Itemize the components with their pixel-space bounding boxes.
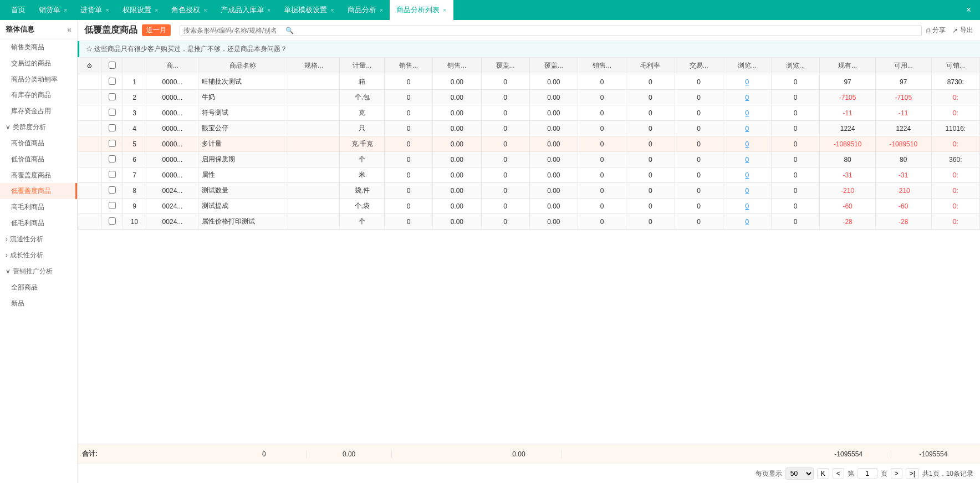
sidebar-item-high-coverage[interactable]: 高覆盖度商品 [0, 167, 77, 184]
next-page-button[interactable]: > [891, 468, 902, 479]
browse-cnt-link[interactable]: 0 [746, 202, 749, 210]
cell-checkbox[interactable] [101, 167, 122, 183]
cell-settings[interactable] [78, 152, 102, 167]
col-header-sku[interactable]: 商... [146, 58, 198, 74]
cell-checkbox[interactable] [101, 183, 122, 199]
sidebar-collapse-button[interactable]: « [67, 25, 72, 34]
close-icon[interactable]: × [330, 0, 334, 20]
col-header-browse-cnt[interactable]: 浏览... [723, 58, 771, 74]
browse-cnt-link[interactable]: 0 [746, 109, 749, 117]
cell-checkbox[interactable] [101, 199, 122, 214]
row-checkbox[interactable] [109, 202, 116, 209]
cell-checkbox[interactable] [101, 152, 122, 167]
sidebar-section-promo-title[interactable]: ∨ 营销推广分析 [0, 263, 77, 279]
sidebar-item-traded-goods[interactable]: 交易过的商品 [0, 55, 77, 72]
col-header-sales-qty[interactable]: 销售... [385, 58, 433, 74]
sidebar-item-high-value[interactable]: 高价值商品 [0, 135, 77, 151]
col-header-settings[interactable]: ⚙ [78, 58, 102, 74]
row-checkbox[interactable] [109, 155, 116, 162]
browse-cnt-link[interactable]: 0 [746, 218, 749, 226]
sidebar-item-stocked-goods[interactable]: 有库存的商品 [0, 87, 77, 103]
close-icon[interactable]: × [64, 0, 67, 20]
row-checkbox[interactable] [109, 109, 116, 116]
tab-goods-analysis-list[interactable]: 商品分析列表 × [390, 0, 453, 20]
cell-settings[interactable] [78, 121, 102, 136]
sidebar-item-high-margin[interactable]: 高毛利商品 [0, 199, 77, 215]
col-header-spec[interactable]: 规格... [288, 58, 340, 74]
close-icon[interactable]: × [105, 0, 109, 20]
col-header-cover-cnt[interactable]: 覆盖... [481, 58, 529, 74]
close-icon[interactable]: × [267, 0, 270, 20]
prev-page-button[interactable]: < [833, 468, 844, 479]
row-checkbox[interactable] [109, 78, 116, 85]
first-page-button[interactable]: K [817, 468, 829, 479]
cell-checkbox[interactable] [101, 74, 122, 90]
cell-browse-cnt[interactable]: 0 [723, 152, 771, 167]
cell-settings[interactable] [78, 199, 102, 214]
cell-checkbox[interactable] [101, 136, 122, 152]
row-checkbox[interactable] [109, 171, 116, 178]
col-header-curr-stock[interactable]: 现有... [820, 58, 876, 74]
sidebar-item-low-value[interactable]: 低价值商品 [0, 151, 77, 167]
cell-checkbox[interactable] [101, 214, 122, 230]
tab-goods-analysis[interactable]: 商品分析 × [341, 0, 390, 20]
tab-sales-order[interactable]: 销货单 × [32, 0, 74, 20]
close-all-tabs-button[interactable]: × [962, 5, 976, 15]
browse-cnt-link[interactable]: 0 [746, 94, 749, 101]
sidebar-section-flow-title[interactable]: › 流通性分析 [0, 231, 77, 247]
sidebar-item-all-goods[interactable]: 全部商品 [0, 279, 77, 296]
cell-browse-cnt[interactable]: 0 [723, 121, 771, 136]
col-header-sales-cnt[interactable]: 销售... [578, 58, 626, 74]
cell-browse-cnt[interactable]: 0 [723, 199, 771, 214]
tab-permissions[interactable]: 权限设置 × [116, 0, 165, 20]
tab-roles[interactable]: 角色授权 × [165, 0, 213, 20]
browse-cnt-link[interactable]: 0 [746, 78, 749, 86]
cell-browse-cnt[interactable]: 0 [723, 214, 771, 230]
row-checkbox[interactable] [109, 140, 116, 147]
search-input[interactable] [183, 27, 283, 34]
close-icon[interactable]: × [203, 0, 207, 20]
cell-settings[interactable] [78, 167, 102, 183]
browse-cnt-link[interactable]: 0 [746, 125, 749, 133]
col-header-name[interactable]: 商品名称 [198, 58, 288, 74]
col-header-trade-cnt[interactable]: 交易... [675, 58, 723, 74]
cell-settings[interactable] [78, 183, 102, 199]
close-icon[interactable]: × [155, 0, 158, 20]
sidebar-item-new-goods[interactable]: 新品 [0, 296, 77, 312]
sidebar-item-sales-goods[interactable]: 销售类商品 [0, 39, 77, 55]
sidebar-item-category-rate[interactable]: 商品分类动销率 [0, 72, 77, 88]
col-header-cover-rate[interactable]: 覆盖... [529, 58, 578, 74]
table-container[interactable]: ⚙ 商... 商品名称 规格... 计量... 销售... 销售... 覆盖..… [78, 57, 980, 444]
row-checkbox[interactable] [109, 186, 116, 194]
col-header-sellable[interactable]: 可销... [931, 58, 979, 74]
tab-purchase-order[interactable]: 进货单 × [74, 0, 115, 20]
cell-settings[interactable] [78, 105, 102, 121]
row-checkbox[interactable] [109, 93, 116, 100]
filter-period-button[interactable]: 近一月 [142, 24, 171, 36]
close-icon[interactable]: × [443, 0, 446, 20]
close-icon[interactable]: × [380, 0, 383, 20]
sidebar-item-low-margin[interactable]: 低毛利商品 [0, 215, 77, 231]
cell-browse-cnt[interactable]: 0 [723, 90, 771, 105]
browse-cnt-link[interactable]: 0 [746, 187, 749, 195]
cell-browse-cnt[interactable]: 0 [723, 105, 771, 121]
cell-browse-cnt[interactable]: 0 [723, 183, 771, 199]
col-header-avail-stock[interactable]: 可用... [875, 58, 931, 74]
tab-home[interactable]: 首页 [4, 0, 32, 20]
cell-checkbox[interactable] [101, 90, 122, 105]
page-number-input[interactable] [858, 468, 877, 479]
select-all-checkbox[interactable] [109, 62, 116, 69]
export-button[interactable]: ↗ 导出 [952, 26, 973, 35]
row-checkbox[interactable] [109, 217, 116, 225]
cell-settings[interactable] [78, 136, 102, 152]
col-header-sales-amt[interactable]: 销售... [433, 58, 481, 74]
search-icon[interactable]: 🔍 [285, 27, 294, 34]
row-checkbox[interactable] [109, 124, 116, 131]
cell-settings[interactable] [78, 74, 102, 90]
col-header-checkbox[interactable] [101, 58, 122, 74]
cell-checkbox[interactable] [101, 121, 122, 136]
cell-settings[interactable] [78, 90, 102, 105]
tab-template-settings[interactable]: 单据模板设置 × [277, 0, 340, 20]
cell-browse-cnt[interactable]: 0 [723, 167, 771, 183]
share-button[interactable]: ⎙ 分享 [926, 26, 946, 35]
